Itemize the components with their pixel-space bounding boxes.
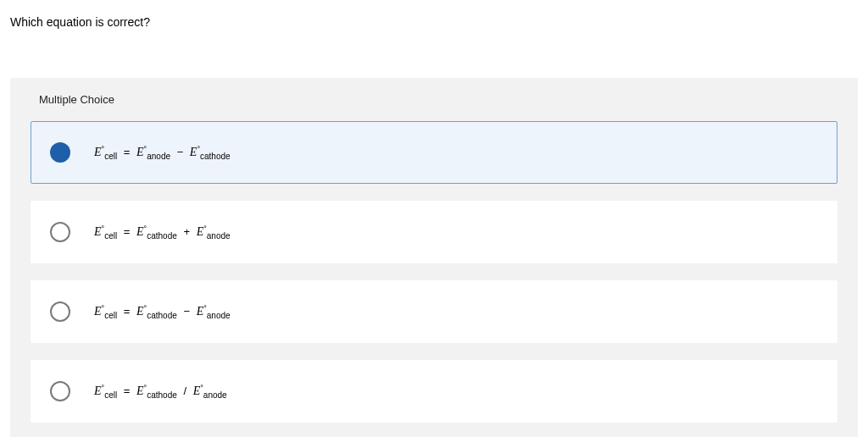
radio-unselected-icon — [50, 222, 70, 242]
option-3-equation: E°cell = E°cathode − E°anode — [94, 304, 231, 320]
radio-selected-icon — [50, 142, 70, 163]
option-1[interactable]: E°cell = E°anode − E°cathode — [31, 121, 837, 184]
radio-unselected-icon — [50, 301, 70, 322]
option-2-equation: E°cell = E°cathode + E°anode — [94, 224, 231, 241]
multiple-choice-panel: Multiple Choice E°cell = E°anode − E°cat… — [10, 78, 858, 437]
option-2[interactable]: E°cell = E°cathode + E°anode — [31, 201, 837, 263]
panel-title: Multiple Choice — [10, 78, 858, 121]
option-1-equation: E°cell = E°anode − E°cathode — [94, 145, 231, 161]
option-3[interactable]: E°cell = E°cathode − E°anode — [31, 280, 837, 343]
question-text: Which equation is correct? — [0, 0, 868, 37]
radio-unselected-icon — [50, 381, 70, 401]
option-4-equation: E°cell = E°cathode / E°anode — [94, 384, 227, 400]
option-4[interactable]: E°cell = E°cathode / E°anode — [31, 360, 837, 423]
